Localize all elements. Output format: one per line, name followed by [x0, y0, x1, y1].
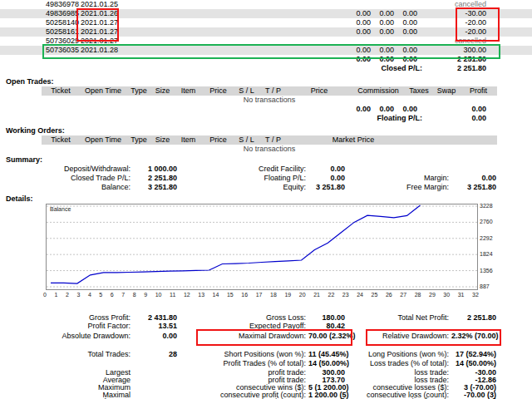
col-size: Size [151, 86, 174, 96]
stats-row: Total Trades:28 Short Positions (won %):… [0, 350, 499, 359]
col-taxes: Taxes [405, 86, 433, 96]
summary-label: Free Margin: [349, 183, 449, 192]
col-price: Price [203, 86, 234, 96]
balance-chart-plot [46, 204, 478, 290]
trade-open-time: 2021.01.27 [81, 27, 124, 37]
trade-open-time: 2021.01.27 [81, 18, 124, 27]
table-row: 50258161 2021.01.27 0.00 0.00 0.00 -20.0… [0, 27, 532, 37]
x-tick-label: 15 [227, 292, 234, 298]
col-open-time: Open Time [80, 86, 126, 96]
y-tick-label: 2292 [480, 235, 493, 242]
x-tick-label: 29 [429, 292, 436, 298]
stat-label: Expected Payoff: [181, 322, 306, 331]
trade-profit: 300.00 [432, 46, 486, 55]
x-tick-label: 6 [111, 292, 114, 298]
col-price: Price [203, 135, 234, 145]
totals-swap: 0.00 [396, 55, 417, 64]
x-tick-label: 1 [54, 292, 57, 298]
x-tick-label: 5 [99, 292, 102, 298]
x-tick-label: 2 [66, 292, 69, 298]
summary-label: Closed Trade P/L: [0, 174, 131, 183]
trade-commission: 0.00 [338, 27, 371, 37]
summary-value: 2 251.80 [133, 174, 177, 183]
y-tick-label: 2760 [480, 219, 493, 225]
x-tick-label: 16 [241, 292, 248, 298]
trade-swap: 0.00 [396, 27, 417, 37]
open-trades-header: Ticket Open Time Type Size Item Price S … [42, 86, 497, 96]
x-tick-label: 28 [415, 292, 421, 298]
stats-row: Profit Factor:13.51 Expected Payoff:80.4… [0, 322, 499, 331]
x-tick-label: 30 [443, 292, 450, 298]
col-ticket: Ticket [42, 86, 80, 96]
x-tick-label: 13 [198, 292, 204, 298]
x-tick-label: 22 [328, 292, 334, 298]
stat-value: 13.51 [133, 322, 177, 331]
trade-commission: 0.00 [338, 46, 371, 55]
x-tick-label: 18 [270, 292, 277, 298]
x-tick-label: 0 [43, 292, 47, 298]
x-tick-label: 20 [299, 292, 306, 298]
x-tick-label: 24 [357, 292, 363, 298]
stat-value: 14 (50.00%) [308, 359, 345, 368]
x-tick-label: 11 [170, 292, 175, 298]
trade-profit: -20.00 [432, 27, 486, 37]
x-tick-label: 8 [133, 292, 136, 298]
summary-value: 1 000.00 [133, 165, 177, 174]
stats-row-drawdown: Absolute Drawdown:0.00 Maximal Drawdown:… [0, 332, 499, 341]
trade-taxes: 0.00 [372, 46, 394, 55]
stat-value: 70.00 (2.32%) [308, 332, 345, 341]
x-tick-label: 26 [386, 292, 392, 298]
stat-value: 28 [133, 350, 177, 359]
table-row: 49836985 2021.01.26 0.00 0.00 0.00 -30.0… [0, 9, 532, 18]
totals-taxes: 0.00 [372, 55, 394, 64]
floating-pl-value: 0.00 [432, 114, 486, 123]
col-price2: Price [287, 86, 352, 96]
mt4-statement-report: 49836978 2021.01.25 cancelled 49836985 2… [0, 0, 532, 399]
summary-title: Summary: [6, 155, 42, 165]
stat-value: 11 (45.45%) [308, 350, 345, 359]
stat-label: Profit Trades (% of total): [181, 359, 306, 368]
stat-value: 80.42 [308, 322, 345, 331]
open-trades-totals: 0.00 0.00 0.00 0.00 [0, 105, 532, 114]
x-tick-label: 4 [88, 292, 91, 298]
summary-label: Floating P/L: [181, 174, 306, 183]
col-sl: S / L [234, 86, 259, 96]
totals-commission: 0.00 [338, 55, 371, 64]
x-tick-label: 23 [342, 292, 349, 298]
closed-pl-value: 2 251.80 [432, 64, 486, 73]
summary-value: 3 251.80 [451, 183, 496, 192]
col-item: Item [174, 86, 203, 96]
totals-row: 0.00 0.00 0.00 2 251.80 [0, 55, 532, 64]
summary-label: Margin: [349, 174, 449, 183]
trade-open-time: 2021.01.28 [81, 46, 124, 55]
x-tick-label: 31 [458, 292, 465, 298]
trade-commission: 0.00 [338, 9, 371, 18]
stat-label: Loss trades (% of total): [349, 359, 449, 368]
x-tick-label: 17 [256, 292, 263, 298]
trade-commission: 0.00 [338, 18, 371, 27]
working-orders-title: Working Orders: [6, 126, 65, 135]
x-tick-label: 10 [155, 292, 162, 298]
stat-label: Profit Factor: [0, 322, 131, 331]
col-commission: Commission [352, 86, 405, 96]
trade-profit: -30.00 [432, 9, 486, 18]
trade-taxes: 0.00 [372, 18, 394, 27]
trade-swap: 0.00 [396, 46, 417, 55]
col-type: Type [126, 135, 151, 145]
chart-x-axis: 0123456789101112131415161718192021222324… [43, 292, 479, 298]
trade-open-time: 2021.01.27 [81, 37, 124, 46]
col-type: Type [126, 86, 151, 96]
balance-chart [46, 204, 478, 290]
summary-row: Balance: 3 251.80 Equity: 3 251.80 Free … [0, 183, 499, 192]
summary-row: Closed Trade P/L: 2 251.80 Floating P/L:… [0, 174, 499, 183]
x-tick-label: 27 [400, 292, 406, 298]
summary-label: Balance: [0, 183, 131, 192]
stat-value: 2.32% (70.00) [451, 332, 496, 341]
open-trades-title: Open Trades: [6, 77, 54, 86]
table-row: 50736035 2021.01.28 0.00 0.00 0.00 300.0… [0, 46, 532, 55]
working-orders-header: Ticket Open Time Type Size Item Price S … [42, 135, 497, 145]
chart-y-axis: 32282760229218241356887 [480, 204, 505, 290]
open-trades-empty: No transactions [42, 96, 497, 105]
summary-row: Deposit/Withdrawal: 1 000.00 Credit Faci… [0, 165, 499, 174]
totals-profit: 2 251.80 [432, 55, 486, 64]
